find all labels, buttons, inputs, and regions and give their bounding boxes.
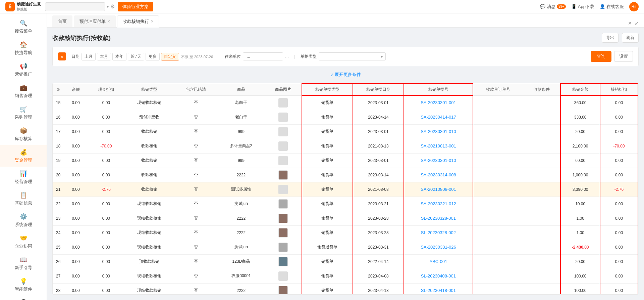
sidebar-item-hardware[interactable]: 💡 智能硬件 [0,274,47,296]
td-bill-no[interactable]: SA-20210813-001 [404,139,473,153]
bill-no-link[interactable]: SL-20230328-001 [421,216,456,221]
td-bill-type: 销货单 [302,139,353,153]
bill-no-link[interactable]: ABC-001 [430,259,447,264]
td-bill-date: 2023-03-21 [353,197,404,211]
td-verify-amount: 333.00 [560,110,600,124]
td-receipt-condition [523,124,560,139]
date-more[interactable]: 更多 [146,53,160,60]
message-area[interactable]: 💬 消息 99+ [540,4,566,10]
filter-expand-btn[interactable]: » [58,52,66,60]
online-service[interactable]: 👤 在线客服 [600,4,624,10]
td-bill-type: 销货单 [302,124,353,139]
date-this-year[interactable]: 本年 [112,53,126,60]
td-balance: 0.00 [64,211,88,225]
td-verify-type: 现结收款核销 [124,197,174,211]
app-download[interactable]: 📱 App下载 [571,4,594,10]
main-table: ⚙ 余额 现金折扣 核销类型 包含已结清 商品 商品图片 核销单据类型 核销单据… [53,83,638,295]
bill-no-link[interactable]: SA-20230414-017 [421,115,456,120]
sidebar-item-home[interactable]: 🏠 快捷导航 [0,38,47,59]
td-verify-discount: 0.00 [600,168,638,182]
td-balance: 0.00 [64,254,88,269]
search-bar[interactable] [45,2,105,11]
td-bill-no[interactable]: SA-20230301-010 [404,153,473,168]
sidebar-item-purchase[interactable]: 🛒 采购管理 [0,102,47,124]
tab-home[interactable]: 首页 [52,15,72,27]
td-verify-discount: -70.00 [600,139,638,153]
order-type-select[interactable] [319,52,386,60]
bill-no-link[interactable]: SL-20230408-001 [421,273,456,278]
bill-no-link[interactable]: SL-20230418-001 [421,288,456,293]
td-id: 19 [53,153,64,168]
industry-solution-btn[interactable]: 体验行业方案 [118,2,153,11]
unit-input[interactable] [243,52,283,60]
td-bill-no[interactable]: SL-20230408-001 [404,269,473,283]
td-verify-amount: 3,390.00 [560,182,600,197]
sidebar-item-system[interactable]: ⚙️ 系统管理 [0,210,47,231]
bill-no-link[interactable]: SA-20230321-012 [421,201,456,206]
sidebar-item-inventory[interactable]: 📦 库存核算 [0,124,47,145]
td-cash-discount: 0.00 [88,153,124,168]
sidebar-item-sales[interactable]: 💼 销售管理 [0,81,47,102]
app-icon: 📱 [571,4,577,9]
td-cash-discount: 0.00 [88,240,124,254]
td-verify-amount: 1,000.00 [560,168,600,182]
bill-no-link[interactable]: SA-20230301-001 [421,100,456,105]
date-last-month[interactable]: 上月 [82,53,96,60]
tab-verify-close[interactable]: × [151,19,153,24]
tab-prepay-close[interactable]: × [108,19,110,24]
tab-expand[interactable]: ⤢ [635,20,639,26]
td-bill-type: 销货退货单 [302,240,353,254]
sidebar-item-guide[interactable]: 📖 新手引导 [0,253,47,274]
td-includes-settled: 否 [174,124,218,139]
td-product: 测试jun [218,240,265,254]
bill-no-link[interactable]: SA-20230301-010 [421,158,456,163]
td-bill-no[interactable]: SL-20230418-001 [404,283,473,295]
service-label: 在线客服 [606,4,624,10]
export-btn[interactable]: 导出 [602,33,619,43]
th-includes-settled: 包含已结清 [174,84,218,95]
bill-no-link[interactable]: SA-20230301-010 [421,129,456,134]
td-receipt-condition [523,269,560,283]
dropdown-icon[interactable]: ▾ [107,4,109,9]
td-bill-no[interactable]: SA-20230301-010 [404,124,473,139]
tab-verify[interactable]: 收款核销执行 × [117,15,159,28]
td-bill-no[interactable]: SL-20230328-001 [404,211,473,225]
td-bill-no[interactable]: SL-20230328-002 [404,225,473,240]
user-avatar[interactable]: Rit [629,2,639,11]
query-btn[interactable]: 查询 [591,51,611,62]
bill-no-link[interactable]: SA-20210813-001 [421,143,456,148]
refresh-btn[interactable]: 刷新 [622,33,639,43]
sidebar-item-collab[interactable]: 🤝 企业协同 [0,231,47,253]
td-bill-no[interactable]: SA-20230301-001 [404,95,473,110]
bill-no-link[interactable]: SA-20230314-008 [421,172,456,177]
bill-no-link[interactable]: SA-20210808-001 [421,187,456,192]
td-bill-no[interactable]: ABC-001 [404,254,473,269]
table-row: 15 0.00 0.00 现销收款核销 否 老白干 销货单 2023-03-01… [53,95,638,110]
tab-prepay[interactable]: 预付冲应付单 × [74,15,116,27]
date-custom[interactable]: 自定义 [161,53,179,60]
sidebar-item-finance[interactable]: 💰 资金管理 [0,145,47,167]
td-bill-no[interactable]: SA-20210808-001 [404,182,473,197]
bill-no-link[interactable]: SL-20230328-002 [421,230,456,235]
td-verify-discount: 0.00 [600,240,638,254]
td-receipt-condition [523,95,560,110]
td-bill-no[interactable]: SA-20230331-026 [404,240,473,254]
td-bill-no[interactable]: SA-20230414-017 [404,110,473,124]
settings-icon[interactable]: ⚙ [110,3,115,10]
bill-no-link[interactable]: SA-20230331-026 [421,245,456,250]
sidebar-item-operations[interactable]: 📊 经营管理 [0,167,47,188]
sidebar-item-marketing[interactable]: 📢 营销推广 [0,59,47,81]
sidebar-label-guide: 新手引导 [15,265,32,271]
sidebar-item-search[interactable]: 🔍 搜索菜单 [0,16,47,38]
td-bill-no[interactable]: SA-20230314-008 [404,168,473,182]
sidebar-item-basic[interactable]: 📋 基础信息 [0,188,47,210]
setting-btn[interactable]: 设置 [614,51,633,62]
tab-close-all[interactable]: ✕ [628,20,632,26]
table-settings-icon[interactable]: ⚙ [56,87,60,92]
service-icon: 👤 [600,4,605,9]
expand-more-row[interactable]: ∨ 展开更多条件 [52,70,639,79]
date-last-7days[interactable]: 近7天 [128,53,144,60]
date-this-month[interactable]: 本月 [97,53,111,60]
td-bill-no[interactable]: SA-20230321-012 [404,197,473,211]
sidebar-item-wechat[interactable]: 💬 企业微信 [0,296,47,300]
